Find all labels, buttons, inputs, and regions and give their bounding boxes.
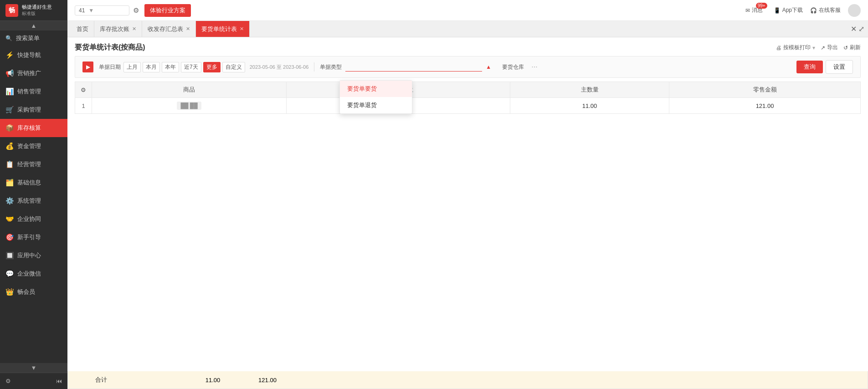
type-filter-input[interactable] bbox=[345, 63, 482, 72]
sidebar-item-quick-nav[interactable]: ⚡ 快捷导航 bbox=[0, 46, 67, 64]
sidebar-nav: ⚡ 快捷导航 📢 营销推广 📊 销售管理 🛒 采购管理 📦 库存核算 💰 资金管… bbox=[0, 46, 67, 363]
sidebar-item-guide[interactable]: 🎯 新手引导 bbox=[0, 228, 67, 246]
logo-text-area: 畅捷通好生意 标准版 bbox=[22, 4, 52, 16]
page-title-bar: 要货单统计表(按商品) 🖨 按模板打印 ▾ ↗ 导出 ↺ 刷新 bbox=[67, 37, 868, 56]
print-label: 按模板打印 bbox=[783, 44, 811, 51]
enterprise-icon: 🤝 bbox=[5, 215, 14, 223]
table-col-quantity: 主数量 bbox=[510, 82, 669, 98]
type-filter-group: 单据类型 ▲ 要货仓库 ··· bbox=[320, 63, 791, 72]
sidebar-item-enterprise[interactable]: 🤝 企业协同 bbox=[0, 210, 67, 228]
table-cell-num: 1 bbox=[75, 98, 92, 114]
page-content: 要货单统计表(按商品) 🖨 按模板打印 ▾ ↗ 导出 ↺ 刷新 ▶ bbox=[67, 37, 868, 389]
industry-button[interactable]: 体验行业方案 bbox=[144, 4, 191, 17]
store-selector[interactable]: 41 ▼ bbox=[75, 5, 129, 15]
app-download-item[interactable]: 📱 App下载 bbox=[774, 6, 803, 14]
header-gear-icon[interactable]: ⚙ bbox=[133, 6, 139, 15]
sidebar-item-marketing[interactable]: 📢 营销推广 bbox=[0, 64, 67, 82]
tab-receive-send-close[interactable]: ✕ bbox=[186, 26, 190, 32]
sidebar-item-sales[interactable]: 📊 销售管理 bbox=[0, 82, 67, 101]
sidebar-item-label: 企业微信 bbox=[17, 270, 41, 278]
sidebar-search-label: 搜索菜单 bbox=[16, 34, 40, 42]
message-icon: ✉ bbox=[745, 7, 750, 14]
tab-order-stats[interactable]: 要货单统计表 ✕ bbox=[196, 21, 250, 37]
sidebar-item-label: 采购管理 bbox=[17, 106, 41, 114]
sidebar-scroll-up[interactable]: ▲ bbox=[0, 21, 67, 31]
sidebar-item-purchase[interactable]: 🛒 采购管理 bbox=[0, 101, 67, 119]
system-icon: ⚙️ bbox=[5, 197, 14, 205]
tab-receive-send-label: 收发存汇总表 bbox=[148, 25, 183, 33]
refresh-button[interactable]: ↺ 刷新 bbox=[843, 44, 861, 51]
filter-bar: ▶ 单据日期 上月 本月 本年 近7天 更多 自定义 2023-05-06 至 … bbox=[75, 56, 861, 78]
sidebar-item-label: 企业协同 bbox=[17, 215, 41, 223]
tab-expand-button[interactable]: ⤢ bbox=[858, 25, 864, 33]
dropdown-item-return-goods[interactable]: 要货单退货 bbox=[340, 97, 412, 113]
data-table: ⚙ 商品 主计量单位 主数量 零售金额 1 ██ ██ 块 11.00 bbox=[75, 82, 861, 114]
date-7days-btn[interactable]: 近7天 bbox=[181, 62, 201, 72]
store-number: 41 bbox=[79, 7, 85, 14]
header-right: ✉ 消息 99+ 📱 App下载 🎧 在线客服 bbox=[745, 4, 861, 17]
tab-inventory-batch-close[interactable]: ✕ bbox=[132, 26, 136, 32]
print-arrow-icon: ▾ bbox=[812, 45, 815, 51]
tab-inventory-batch-label: 库存批次账 bbox=[100, 25, 129, 33]
sales-icon: 📊 bbox=[5, 87, 14, 96]
date-custom-btn[interactable]: 自定义 bbox=[222, 62, 245, 72]
sidebar-item-label: 营销推广 bbox=[17, 69, 41, 77]
tab-inventory-batch[interactable]: 库存批次账 ✕ bbox=[94, 21, 142, 37]
sidebar-item-basic[interactable]: 🗂️ 基础信息 bbox=[0, 174, 67, 192]
sidebar-item-member[interactable]: 👑 畅会员 bbox=[0, 283, 67, 301]
service-icon: 🎧 bbox=[810, 7, 817, 14]
app-center-icon: 🔲 bbox=[5, 251, 14, 260]
member-icon: 👑 bbox=[5, 288, 14, 296]
sidebar-item-label: 经营管理 bbox=[17, 160, 41, 169]
table-col-product: 商品 bbox=[92, 82, 287, 98]
tab-receive-send[interactable]: 收发存汇总表 ✕ bbox=[142, 21, 196, 37]
print-icon: 🖨 bbox=[776, 45, 781, 51]
tab-close-all-button[interactable]: ✕ bbox=[851, 25, 857, 33]
settings-icon[interactable]: ⚙ bbox=[5, 378, 11, 384]
filter-toggle-button[interactable]: ▶ bbox=[82, 61, 93, 72]
sidebar-item-inventory[interactable]: 📦 库存核算 bbox=[0, 119, 67, 137]
service-item[interactable]: 🎧 在线客服 bbox=[810, 6, 841, 14]
sidebar-item-wechat[interactable]: 💬 企业微信 bbox=[0, 265, 67, 283]
refresh-label: 刷新 bbox=[850, 44, 861, 51]
table-col-settings[interactable]: ⚙ bbox=[75, 82, 92, 98]
date-prev-month-btn[interactable]: 上月 bbox=[123, 62, 141, 72]
date-more-btn[interactable]: 更多 bbox=[203, 62, 221, 72]
warehouse-more-icon[interactable]: ··· bbox=[531, 63, 537, 71]
sidebar-item-finance[interactable]: 💰 资金管理 bbox=[0, 137, 67, 155]
table-header-row: ⚙ 商品 主计量单位 主数量 零售金额 bbox=[75, 82, 861, 98]
sidebar-item-label: 系统管理 bbox=[17, 197, 41, 205]
page-title: 要货单统计表(按商品) bbox=[75, 43, 145, 52]
dropdown-item-require-goods[interactable]: 要货单要货 bbox=[340, 81, 412, 97]
sidebar-item-operation[interactable]: 📋 经营管理 bbox=[0, 155, 67, 174]
tab-bar-end: ✕ ⤢ bbox=[851, 25, 864, 33]
sidebar-search[interactable]: 🔍 搜索菜单 bbox=[0, 31, 67, 46]
date-this-year-btn[interactable]: 本年 bbox=[162, 62, 179, 72]
operation-icon: 📋 bbox=[5, 160, 14, 169]
sidebar-collapse-icon[interactable]: ⏮ bbox=[56, 378, 62, 384]
export-button[interactable]: ↗ 导出 bbox=[821, 44, 838, 51]
total-quantity: 11.00 bbox=[195, 377, 231, 384]
main-area: 41 ▼ ⚙ 体验行业方案 ✉ 消息 99+ 📱 App下载 🎧 在线客服 首页 bbox=[67, 0, 868, 389]
query-button[interactable]: 查询 bbox=[796, 61, 823, 73]
date-this-month-btn[interactable]: 本月 bbox=[143, 62, 160, 72]
sidebar-item-label: 应用中心 bbox=[17, 251, 41, 260]
sidebar-scroll-down[interactable]: ▼ bbox=[0, 363, 67, 373]
table-container: ⚙ 商品 主计量单位 主数量 零售金额 1 ██ ██ 块 11.00 bbox=[67, 78, 868, 371]
type-dropdown: 要货单要货 要货单退货 bbox=[339, 80, 412, 114]
basic-icon: 🗂️ bbox=[5, 179, 14, 187]
setting-button[interactable]: 设置 bbox=[826, 60, 853, 74]
sidebar-item-label: 快捷导航 bbox=[17, 51, 41, 59]
type-dropdown-arrow-icon[interactable]: ▲ bbox=[486, 64, 491, 70]
tab-home[interactable]: 首页 bbox=[71, 21, 94, 37]
export-icon: ↗ bbox=[821, 45, 825, 51]
message-item[interactable]: ✉ 消息 99+ bbox=[745, 6, 763, 14]
export-label: 导出 bbox=[827, 44, 838, 51]
sidebar-item-system[interactable]: ⚙️ 系统管理 bbox=[0, 192, 67, 210]
sidebar-bottom: ⚙ ⏮ bbox=[0, 373, 67, 389]
user-avatar[interactable] bbox=[848, 4, 861, 17]
sidebar-item-app-center[interactable]: 🔲 应用中心 bbox=[0, 246, 67, 265]
refresh-icon: ↺ bbox=[843, 45, 848, 51]
print-button[interactable]: 🖨 按模板打印 ▾ bbox=[776, 44, 815, 51]
tab-order-stats-close[interactable]: ✕ bbox=[240, 26, 244, 32]
